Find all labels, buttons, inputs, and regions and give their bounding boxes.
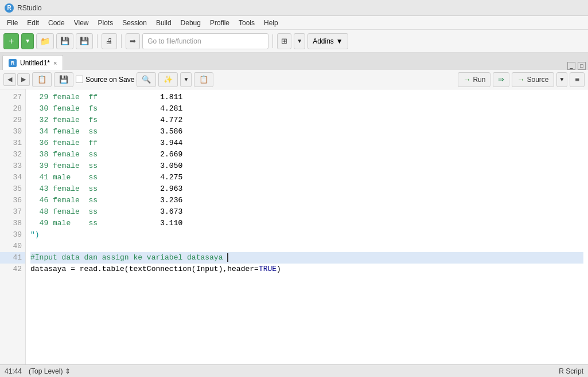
menu-help[interactable]: Help bbox=[259, 18, 283, 28]
toolbar-divider-3 bbox=[272, 34, 273, 48]
go-forward-button[interactable]: ➡ bbox=[126, 33, 140, 49]
addins-dropdown-icon: ▼ bbox=[336, 37, 343, 45]
menu-debug[interactable]: Debug bbox=[176, 18, 205, 28]
code-line-40 bbox=[30, 241, 583, 252]
r-file-icon: R bbox=[9, 59, 17, 67]
line-num-38: 38 bbox=[0, 218, 25, 229]
line-num-33: 33 bbox=[0, 160, 25, 172]
line-num-34: 34 bbox=[0, 172, 25, 183]
menu-tools[interactable]: Tools bbox=[234, 18, 259, 28]
code-line-27: 29 female ff 1.811 bbox=[30, 92, 583, 103]
code-line-28: 30 female fs 4.281 bbox=[30, 103, 583, 115]
editor-tab-untitled1[interactable]: R Untitled1* × bbox=[2, 55, 63, 70]
line-num-31: 31 bbox=[0, 138, 25, 149]
code-line-36: 46 female ss 3.236 bbox=[30, 195, 583, 206]
menu-session[interactable]: Session bbox=[118, 18, 151, 28]
cursor-position: 41:44 bbox=[5, 367, 22, 375]
source-on-save-container: Source on Save bbox=[76, 76, 134, 84]
menu-edit[interactable]: Edit bbox=[22, 18, 44, 28]
line-num-36: 36 bbox=[0, 195, 25, 206]
open-project-button[interactable]: 📁 bbox=[36, 33, 54, 49]
code-line-32: 38 female ss 2.669 bbox=[30, 149, 583, 160]
editor-save-button[interactable]: 💾 bbox=[54, 72, 73, 87]
code-tools-button[interactable]: ✨ bbox=[158, 72, 178, 87]
line-num-35: 35 bbox=[0, 183, 25, 195]
tab-close-button[interactable]: × bbox=[53, 60, 57, 66]
show-in-files-button[interactable]: 📋 bbox=[32, 72, 52, 87]
tab-bar: R Untitled1* × _ □ bbox=[0, 53, 588, 70]
menu-code[interactable]: Code bbox=[44, 18, 69, 28]
code-tools-dropdown[interactable]: ▼ bbox=[180, 72, 192, 87]
plus-icon: + bbox=[9, 36, 14, 46]
menu-bar: File Edit Code View Plots Session Build … bbox=[0, 16, 588, 30]
menu-profile[interactable]: Profile bbox=[205, 18, 234, 28]
line-num-39: 39 bbox=[0, 229, 25, 241]
new-file-dropdown[interactable]: ▼ bbox=[21, 33, 34, 49]
source-dropdown[interactable]: ▼ bbox=[556, 72, 568, 87]
source-on-save-checkbox[interactable] bbox=[76, 76, 83, 83]
line-num-28: 28 bbox=[0, 103, 25, 115]
source-arrow-icon: → bbox=[517, 75, 524, 84]
compile-notebook-button[interactable]: 📋 bbox=[194, 72, 213, 87]
forward-arrow[interactable]: ▶ bbox=[17, 73, 30, 86]
file-type: R Script bbox=[559, 367, 583, 375]
addins-button[interactable]: Addins ▼ bbox=[307, 33, 348, 49]
grid-dropdown[interactable]: ▼ bbox=[294, 33, 305, 49]
code-line-37: 48 female ss 3.673 bbox=[30, 206, 583, 218]
maximize-editor-button[interactable]: □ bbox=[578, 62, 586, 70]
tab-filename: Untitled1* bbox=[20, 59, 50, 67]
line-numbers: 27 28 29 30 31 32 33 34 35 36 37 38 39 4… bbox=[0, 89, 26, 364]
run-button[interactable]: → Run bbox=[458, 72, 490, 87]
go-to-function-placeholder: Go to file/function bbox=[147, 37, 201, 45]
code-line-39: ") bbox=[30, 229, 583, 241]
app-title: RStudio bbox=[17, 4, 42, 12]
code-line-29: 32 female fs 4.772 bbox=[30, 115, 583, 126]
source-on-save-label: Source on Save bbox=[85, 76, 134, 84]
save-icon: 💾 bbox=[60, 37, 69, 45]
code-line-31: 36 female ff 3.944 bbox=[30, 138, 583, 149]
line-num-42: 42 bbox=[0, 264, 25, 275]
title-bar: R RStudio bbox=[0, 0, 588, 16]
print-button[interactable]: 🖨 bbox=[102, 33, 117, 49]
menu-plots[interactable]: Plots bbox=[94, 18, 118, 28]
search-button[interactable]: 🔍 bbox=[137, 72, 156, 87]
tab-window-controls: _ □ bbox=[567, 62, 586, 70]
minimize-editor-button[interactable]: _ bbox=[567, 62, 575, 70]
code-line-35: 43 female ss 2.963 bbox=[30, 183, 583, 195]
run-label: Run bbox=[473, 76, 485, 84]
menu-view[interactable]: View bbox=[69, 18, 94, 28]
grid-button[interactable]: ⊞ bbox=[277, 33, 291, 49]
code-line-34: 41 male ss 4.275 bbox=[30, 172, 583, 183]
save-all-button[interactable]: 💾 bbox=[76, 33, 93, 49]
addins-label: Addins bbox=[313, 37, 334, 45]
app-window: R RStudio File Edit Code View Plots Sess… bbox=[0, 0, 588, 377]
nav-arrows: ◀ ▶ bbox=[3, 73, 30, 86]
line-num-37: 37 bbox=[0, 206, 25, 218]
code-content-area[interactable]: 29 female ff 1.811 30 female fs 4.281 32… bbox=[26, 89, 588, 364]
rerun-arrow-icon: ⇒ bbox=[498, 75, 504, 84]
save-button[interactable]: 💾 bbox=[56, 33, 73, 49]
menu-build[interactable]: Build bbox=[151, 18, 176, 28]
run-arrow-icon: → bbox=[463, 75, 470, 84]
back-arrow[interactable]: ◀ bbox=[3, 73, 16, 86]
code-line-38: 49 male ss 3.110 bbox=[30, 218, 583, 229]
menu-file[interactable]: File bbox=[2, 18, 22, 28]
open-icon: 📁 bbox=[40, 37, 50, 46]
editor-toolbar: ◀ ▶ 📋 💾 Source on Save 🔍 ✨ ▼ 📋 bbox=[0, 70, 588, 89]
line-num-30: 30 bbox=[0, 126, 25, 138]
code-line-42: datasaya = read.table(textConnection(Inp… bbox=[30, 264, 583, 275]
rerun-button[interactable]: ⇒ bbox=[493, 72, 509, 87]
toolbar-divider-1 bbox=[97, 34, 98, 48]
level-indicator[interactable]: (Top Level) ⇕ bbox=[29, 367, 71, 375]
toolbar-divider-2 bbox=[121, 34, 122, 48]
source-button[interactable]: → Source bbox=[512, 72, 554, 87]
line-num-41: 41 bbox=[0, 252, 25, 264]
source-label: Source bbox=[527, 76, 548, 84]
go-to-function-box[interactable]: Go to file/function bbox=[142, 33, 268, 49]
code-editor: 27 28 29 30 31 32 33 34 35 36 37 38 39 4… bbox=[0, 89, 588, 364]
app-icon: R bbox=[5, 3, 14, 13]
new-file-button[interactable]: + bbox=[3, 33, 19, 49]
line-num-27: 27 bbox=[0, 92, 25, 103]
extra-button[interactable]: ≡ bbox=[570, 72, 585, 87]
print-icon: 🖨 bbox=[106, 37, 113, 45]
